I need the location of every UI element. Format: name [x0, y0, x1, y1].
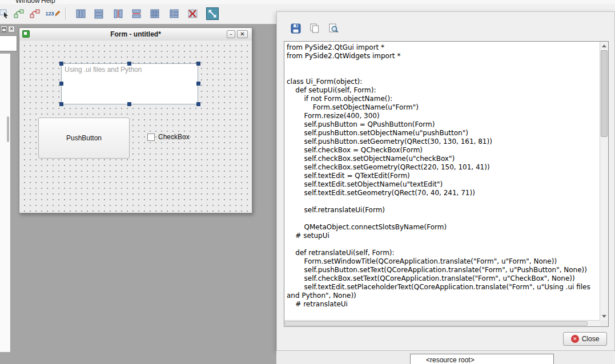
break-layout-button[interactable]	[185, 6, 200, 21]
arrow-down-icon	[602, 315, 606, 318]
menu-window[interactable]: Window	[15, 0, 40, 4]
qt-designer-screen: Window Help 123	[0, 0, 615, 364]
form-window-title: Form - untitled*	[19, 30, 252, 38]
code-view: from PySide2.QtGui import * from PySide2…	[284, 41, 609, 327]
float-icon	[2, 27, 6, 32]
pushbutton-widget[interactable]: PushButton	[38, 118, 130, 159]
lay-out-in-a-form-layout-icon	[169, 9, 179, 19]
lay-out-vertically-icon	[94, 9, 104, 19]
edit-buddies-icon	[30, 9, 40, 19]
selection-handle-e[interactable]	[196, 82, 200, 86]
lay-out-in-a-grid-icon	[150, 9, 160, 19]
menubar: Window Help	[0, 0, 615, 4]
selection-handle-se[interactable]	[196, 102, 200, 106]
form-window-titlebar[interactable]: Form - untitled* - ✕	[19, 28, 252, 41]
edit-tab-order-icon: 123	[45, 11, 54, 17]
find-button[interactable]	[326, 21, 341, 36]
form-canvas[interactable]: Using .ui files and Python PushButton Ch…	[19, 41, 252, 213]
pushbutton-label: PushButton	[66, 134, 102, 142]
scroll-up-button[interactable]	[600, 42, 608, 50]
close-circle-icon: ✕	[571, 335, 579, 343]
lay-out-in-a-form-layout-button[interactable]	[167, 6, 182, 21]
close-button-label: Close	[582, 335, 600, 343]
checkbox-label: CheckBox	[158, 133, 190, 141]
copy-button[interactable]	[307, 21, 322, 36]
adjust-size-icon	[206, 7, 219, 21]
horizontal-scroll-thumb[interactable]	[285, 321, 588, 326]
widget-box-panel	[0, 54, 11, 352]
dock-float-button[interactable]	[1, 26, 7, 33]
scroll-down-button[interactable]	[600, 312, 608, 320]
copy-icon	[309, 23, 320, 34]
save-button[interactable]	[288, 21, 303, 36]
selection-handle-sw[interactable]	[59, 102, 63, 106]
edit-signals-slots-icon	[14, 9, 24, 19]
lay-out-horizontally-in-splitter-icon	[113, 9, 123, 19]
widget-box-scrollbar[interactable]	[7, 116, 9, 142]
toolbar-separator	[65, 7, 66, 20]
selection-handle-ne[interactable]	[196, 62, 200, 66]
find-icon	[328, 23, 339, 34]
selection-handle-n[interactable]	[127, 62, 131, 66]
widget-filter-input[interactable]	[0, 35, 17, 51]
edit-widgets-icon	[0, 9, 10, 19]
lay-out-vertically-button[interactable]	[91, 6, 106, 21]
selection-handle-w[interactable]	[59, 82, 63, 86]
adjust-size-button[interactable]	[204, 6, 221, 22]
view-code-dialog: from PySide2.QtGui import * from PySide2…	[276, 11, 615, 351]
mdi-area: ✕ Form - untitled* - ✕ Using .ui files a…	[0, 24, 276, 364]
edit-signals-slots-button[interactable]	[11, 6, 26, 21]
lay-out-horizontally-in-splitter-button[interactable]	[111, 6, 126, 21]
scrollbar-corner	[600, 320, 608, 326]
resource-root-item[interactable]: <resource root>	[426, 356, 475, 364]
break-layout-icon	[187, 9, 198, 19]
form-minimize-button[interactable]: -	[227, 30, 235, 38]
textedit-widget[interactable]: Using .ui files and Python	[61, 63, 198, 104]
pencil-icon	[54, 10, 60, 17]
checkbox-widget[interactable]: CheckBox	[147, 133, 190, 141]
edit-widgets-button[interactable]	[0, 6, 12, 21]
code-vertical-scrollbar[interactable]	[600, 42, 608, 320]
lay-out-horizontally-icon	[75, 9, 86, 19]
textedit-placeholder-text: Using .ui files and Python	[65, 66, 142, 74]
generated-code-text[interactable]: from PySide2.QtGui import * from PySide2…	[287, 43, 598, 319]
arrow-up-icon	[602, 45, 606, 47]
lay-out-vertically-in-splitter-icon	[131, 9, 142, 19]
resource-browser[interactable]: <resource root>	[410, 354, 554, 364]
form-editor-window: Form - untitled* - ✕ Using .ui files and…	[19, 27, 252, 213]
dock-close-button[interactable]: ✕	[8, 26, 15, 33]
code-horizontal-scrollbar[interactable]	[284, 320, 600, 326]
vertical-scroll-thumb[interactable]	[601, 50, 608, 137]
save-icon	[290, 23, 302, 34]
checkbox-indicator[interactable]	[147, 134, 155, 141]
lay-out-vertically-in-splitter-button[interactable]	[129, 6, 144, 21]
form-close-button[interactable]: ✕	[237, 30, 248, 38]
lay-out-in-a-grid-button[interactable]	[147, 6, 162, 21]
selection-handle-nw[interactable]	[59, 62, 63, 66]
close-icon: ✕	[10, 26, 14, 31]
bottom-panel: <resource root>	[276, 351, 615, 364]
edit-buddies-button[interactable]	[27, 6, 42, 21]
close-button[interactable]: ✕ Close	[563, 332, 607, 346]
menu-help[interactable]: Help	[41, 0, 55, 4]
selection-handle-s[interactable]	[127, 102, 131, 106]
edit-tab-order-button[interactable]: 123	[43, 6, 62, 21]
lay-out-horizontally-button[interactable]	[73, 6, 88, 21]
